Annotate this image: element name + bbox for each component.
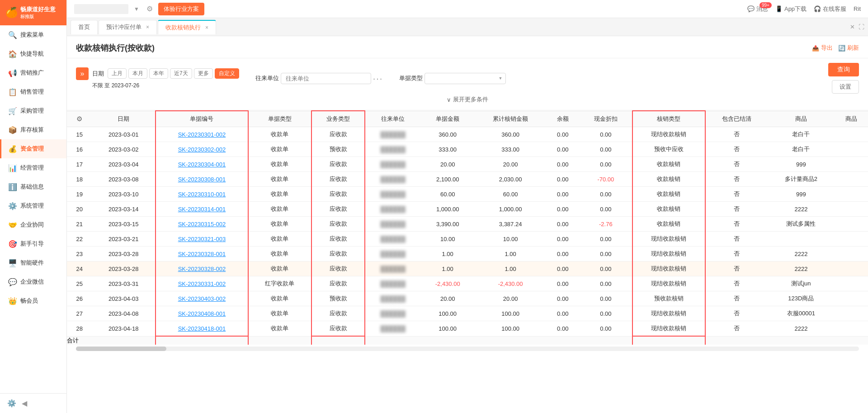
- row-doc-type: 收款单: [248, 261, 311, 276]
- row-partner: ██████: [365, 261, 420, 276]
- export-button[interactable]: 📤 导出: [812, 44, 833, 52]
- online-service-button[interactable]: 🎧 在线客服: [814, 5, 846, 13]
- filter-dots: ···: [373, 73, 383, 84]
- row-no: 22: [67, 232, 92, 247]
- this-month-btn[interactable]: 本月: [128, 68, 147, 79]
- sidebar-item-operation[interactable]: 📊经营管理: [0, 158, 66, 177]
- message-button[interactable]: 💬 消息 99+: [747, 5, 768, 13]
- row-date: 2023-03-08: [92, 172, 156, 187]
- row-goods1: 衣服00001: [768, 306, 835, 321]
- sidebar-item-inventory[interactable]: 📦库存核算: [0, 120, 66, 139]
- sidebar-item-quicknav[interactable]: 🏠快捷导航: [0, 44, 66, 63]
- row-discount: -2.76: [580, 217, 632, 232]
- row-doc-no: SK-20230314-001: [156, 202, 248, 217]
- receipt-type-select[interactable]: [425, 73, 506, 84]
- row-no: 16: [67, 142, 92, 157]
- receipt-type-label: 单据类型: [399, 74, 423, 82]
- gear-icon[interactable]: ⚙: [76, 115, 82, 123]
- table-row: 18 2023-03-08 SK-20230308-001 收款单 应收款 ██…: [67, 172, 868, 187]
- sidebar-item-system[interactable]: ⚙️系统管理: [0, 196, 66, 215]
- sidebar-item-label-inventory: 库存核算: [20, 126, 44, 134]
- row-verified: 60.00: [475, 187, 546, 202]
- settings-button[interactable]: 设置: [832, 80, 859, 94]
- row-partner: ██████: [365, 202, 420, 217]
- header-row: ⚙ 日期 单据编号 单据类型 业务类型 往来单位 单据金额 累计核销金额 余额 …: [67, 111, 868, 127]
- last-month-btn[interactable]: 上月: [108, 68, 127, 79]
- tab-prepay[interactable]: 预计冲应付单×: [99, 20, 157, 34]
- table-row: 23 2023-03-28 SK-20230328-001 收款单 应收款 ██…: [67, 247, 868, 261]
- page-header-actions: 📤 导出 🔄 刷新: [812, 44, 859, 52]
- finance-icon: 💰: [9, 145, 17, 153]
- close-tab-icon[interactable]: ✕: [850, 24, 855, 30]
- topbar-right: 💬 消息 99+ 📱 App下载 🎧 在线客服 Rit: [747, 5, 861, 13]
- doc-no-link[interactable]: SK-20230331-002: [178, 280, 226, 287]
- row-no: 25: [67, 276, 92, 291]
- doc-no-link[interactable]: SK-20230403-002: [178, 295, 226, 302]
- doc-no-link[interactable]: SK-20230408-001: [178, 310, 226, 317]
- expand-more-bar[interactable]: ∨ 展开更多条件: [76, 94, 859, 105]
- export-label: 导出: [821, 44, 833, 52]
- col-goods1: 商品: [768, 111, 835, 127]
- tab-home[interactable]: 首页: [71, 20, 98, 34]
- query-button[interactable]: 查询: [828, 63, 859, 76]
- this-year-btn[interactable]: 本年: [149, 68, 168, 79]
- row-no: 15: [67, 127, 92, 142]
- custom-date-btn[interactable]: 自定义: [215, 68, 239, 79]
- sidebar-item-hardware[interactable]: 🖥️智能硬件: [0, 253, 66, 272]
- solution-button[interactable]: 体验行业方案: [158, 3, 204, 15]
- sidebar-item-marketing[interactable]: 📢营销推广: [0, 63, 66, 82]
- row-verified: -2,430.00: [475, 276, 546, 291]
- user-avatar[interactable]: Rit: [854, 5, 861, 12]
- sidebar-brand-sub: 标推版: [20, 14, 56, 20]
- sidebar-item-purchase[interactable]: 🛒采购管理: [0, 101, 66, 120]
- sidebar-item-wechat[interactable]: 💬企业微信: [0, 272, 66, 291]
- doc-no-link[interactable]: SK-20230304-001: [178, 161, 226, 168]
- sidebar-settings-icon[interactable]: ⚙️: [7, 399, 16, 408]
- doc-no-link[interactable]: SK-20230308-001: [178, 176, 226, 183]
- col-gear[interactable]: ⚙: [67, 111, 92, 127]
- row-no: 18: [67, 172, 92, 187]
- chevron-down-icon: ∨: [447, 96, 451, 103]
- partner-input[interactable]: [281, 73, 371, 84]
- maximize-icon[interactable]: ⛶: [859, 24, 864, 30]
- sidebar-item-guide[interactable]: 🎯新手引导: [0, 234, 66, 253]
- sidebar-collapse-icon[interactable]: ◀: [22, 399, 27, 408]
- main-content: ▼ ⚙ 体验行业方案 💬 消息 99+ 📱 App下载 🎧 在线客服 Rit 首…: [67, 0, 868, 413]
- topbar-chevron-icon: ▼: [134, 6, 139, 12]
- doc-no-link[interactable]: SK-20230310-001: [178, 191, 226, 198]
- doc-no-link[interactable]: SK-20230315-002: [178, 221, 226, 228]
- sidebar-item-member[interactable]: 👑畅会员: [0, 291, 66, 310]
- sidebar-item-sales[interactable]: 📋销售管理: [0, 82, 66, 101]
- row-verified: 20.00: [475, 157, 546, 172]
- scrollbar-thumb[interactable]: [76, 347, 166, 351]
- marketing-icon: 📢: [9, 69, 17, 77]
- row-doc-no: SK-20230310-001: [156, 187, 248, 202]
- filter-expand-icon[interactable]: »: [76, 67, 89, 80]
- sidebar-item-basic[interactable]: ℹ️基础信息: [0, 177, 66, 196]
- refresh-button[interactable]: 🔄 刷新: [838, 44, 859, 52]
- sidebar-item-search[interactable]: 🔍搜索菜单: [0, 25, 66, 44]
- col-partner: 往来单位: [365, 111, 420, 127]
- sidebar-item-collab[interactable]: 🤝企业协同: [0, 215, 66, 234]
- doc-no-link[interactable]: SK-20230418-001: [178, 325, 226, 332]
- tab-close-receipt[interactable]: ×: [205, 24, 208, 31]
- row-doc-no: SK-20230308-001: [156, 172, 248, 187]
- tab-close-prepay[interactable]: ×: [146, 24, 149, 30]
- table-row: 27 2023-04-08 SK-20230408-001 收款单 应收款 ██…: [67, 306, 868, 321]
- tab-receipt[interactable]: 收款核销执行×: [158, 20, 216, 34]
- horizontal-scrollbar[interactable]: [76, 347, 859, 351]
- doc-no-link[interactable]: SK-20230328-002: [178, 266, 226, 272]
- doc-no-link[interactable]: SK-20230328-001: [178, 251, 226, 257]
- doc-no-link[interactable]: SK-20230321-003: [178, 236, 226, 242]
- last-7days-btn[interactable]: 近7天: [170, 68, 192, 79]
- row-discount: -70.00: [580, 172, 632, 187]
- doc-no-link[interactable]: SK-20230314-001: [178, 206, 226, 213]
- doc-no-link[interactable]: SK-20230301-002: [178, 131, 226, 138]
- sidebar-item-finance[interactable]: 💰资金管理: [0, 139, 66, 158]
- doc-no-link[interactable]: SK-20230302-002: [178, 146, 226, 153]
- row-goods1: 999: [768, 157, 835, 172]
- topbar-gear-icon[interactable]: ⚙: [146, 5, 153, 13]
- more-btn[interactable]: 更多: [194, 68, 213, 79]
- app-download-button[interactable]: 📱 App下载: [775, 5, 807, 13]
- purchase-icon: 🛒: [9, 107, 17, 115]
